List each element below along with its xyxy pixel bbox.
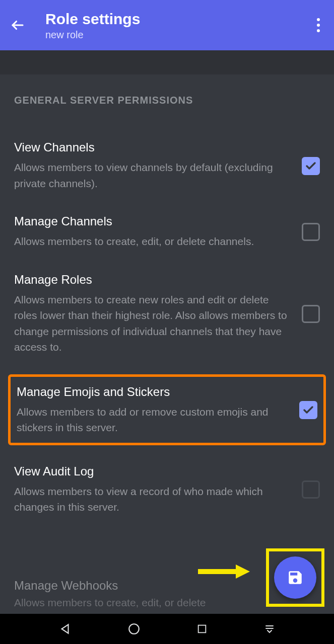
- permission-title: Manage Channels: [14, 214, 292, 228]
- highlight-annotation-orange: Manage Emojis and Stickers Allows member…: [8, 374, 326, 445]
- svg-point-4: [129, 624, 139, 634]
- svg-marker-2: [236, 565, 250, 579]
- back-button[interactable]: [10, 18, 25, 33]
- header-text: Role settings new role: [45, 10, 313, 41]
- permission-view-channels[interactable]: View Channels Allows members to view cha…: [14, 131, 320, 205]
- nav-home-icon[interactable]: [127, 622, 141, 635]
- page-subtitle: new role: [45, 29, 313, 41]
- permission-manage-emojis[interactable]: Manage Emojis and Stickers Allows member…: [17, 385, 317, 436]
- permission-title: View Channels: [14, 140, 292, 154]
- permission-desc: Allows members to view a record of who m…: [14, 484, 292, 515]
- section-header: GENERAL SERVER PERMISSIONS: [14, 95, 320, 106]
- permission-desc: Allows members to create, edit, or delet…: [14, 597, 320, 609]
- svg-rect-5: [198, 625, 206, 633]
- permission-view-audit-log[interactable]: View Audit Log Allows members to view a …: [14, 455, 320, 529]
- page-title: Role settings: [45, 10, 313, 28]
- checkbox[interactable]: [299, 401, 317, 419]
- nav-back-icon[interactable]: [58, 622, 72, 635]
- permission-title: Manage Emojis and Stickers: [17, 385, 289, 399]
- checkbox[interactable]: [302, 305, 320, 323]
- svg-marker-3: [61, 624, 68, 633]
- android-nav-bar: [0, 614, 334, 644]
- permission-title: View Audit Log: [14, 464, 292, 478]
- permission-desc: Allows members to add or remove custom e…: [17, 404, 289, 436]
- checkbox[interactable]: [302, 223, 320, 241]
- permission-desc: Allows members to view channels by defau…: [14, 159, 292, 191]
- spacer: [0, 50, 334, 74]
- permission-manage-roles[interactable]: Manage Roles Allows members to create ne…: [14, 264, 320, 369]
- content-area: GENERAL SERVER PERMISSIONS View Channels…: [0, 50, 334, 529]
- permission-title: Manage Roles: [14, 273, 292, 287]
- permission-desc: Allows members to create new roles and e…: [14, 292, 292, 355]
- save-fab-button[interactable]: [274, 556, 316, 599]
- nav-recent-icon[interactable]: [196, 623, 208, 634]
- more-options-button[interactable]: [313, 14, 324, 36]
- nav-extra-icon[interactable]: [263, 623, 276, 635]
- permission-manage-channels[interactable]: Manage Channels Allows members to create…: [14, 205, 320, 264]
- save-icon: [287, 569, 304, 586]
- app-header: Role settings new role: [0, 0, 334, 50]
- permission-desc: Allows members to create, edit, or delet…: [14, 233, 292, 250]
- checkbox[interactable]: [302, 157, 320, 175]
- checkbox[interactable]: [302, 480, 320, 499]
